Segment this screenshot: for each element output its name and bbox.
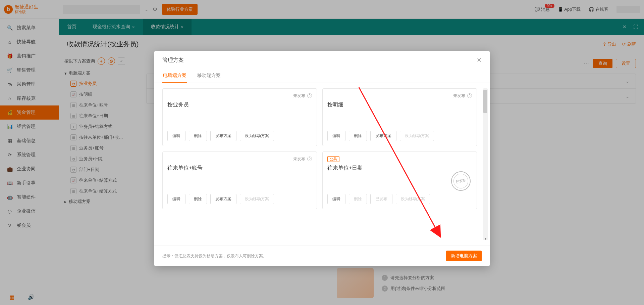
scrollbar[interactable]: ▴ ▾ <box>483 88 488 240</box>
card-action-button[interactable]: 发布方案 <box>210 194 236 204</box>
scheme-card: 公共往来单位+日期已发布编辑删除已发布设为移动方案 <box>322 151 477 209</box>
card-title: 按明细 <box>327 101 472 108</box>
card-action-button[interactable]: 编辑 <box>327 131 345 141</box>
status-label: 未发布 <box>293 93 305 99</box>
card-action-button[interactable]: 发布方案 <box>370 131 396 141</box>
card-action-button: 已发布 <box>370 194 392 204</box>
scheme-card: 未发布?按明细编辑删除发布方案设为移动方案 <box>322 88 477 146</box>
info-icon[interactable]: ? <box>467 93 472 98</box>
manage-scheme-modal: 管理方案 ✕ 电脑端方案 移动端方案 未发布?按业务员编辑删除发布方案设为移动方… <box>154 51 490 266</box>
card-action-button: 删除 <box>349 194 367 204</box>
card-action-button[interactable]: 编辑 <box>167 131 185 141</box>
card-title: 按业务员 <box>167 101 312 108</box>
card-action-button[interactable]: 发布方案 <box>210 131 236 141</box>
scroll-thumb[interactable] <box>483 90 487 113</box>
scheme-card: 未发布?按业务员编辑删除发布方案设为移动方案 <box>162 88 317 146</box>
card-action-button[interactable]: 编辑 <box>327 194 345 204</box>
info-icon[interactable]: ? <box>307 93 312 98</box>
card-title: 往来单位+账号 <box>167 165 312 172</box>
published-stamp: 已发布 <box>449 170 472 192</box>
card-action-button[interactable]: 删除 <box>189 131 207 141</box>
add-pc-scheme-button[interactable]: 新增电脑方案 <box>446 251 482 261</box>
card-action-button[interactable]: 编辑 <box>167 194 185 204</box>
modal-tab-pc[interactable]: 电脑端方案 <box>162 69 187 83</box>
close-icon[interactable]: ✕ <box>477 56 482 64</box>
modal-tab-mobile[interactable]: 移动端方案 <box>197 69 221 83</box>
status-label: 未发布 <box>293 156 305 162</box>
info-icon[interactable]: ? <box>307 157 312 161</box>
modal-title: 管理方案 <box>162 57 184 64</box>
card-action-button[interactable]: 删除 <box>189 194 207 204</box>
modal-tip: 提示：仅汇总表支持设为移动方案，仅发布人可删除方案。 <box>162 253 267 259</box>
card-action-button[interactable]: 删除 <box>349 131 367 141</box>
status-label: 未发布 <box>453 93 465 99</box>
card-action-button: 设为移动方案 <box>396 194 430 204</box>
scheme-card: 未发布?往来单位+账号编辑删除发布方案设为移动方案 <box>162 151 317 209</box>
public-tag: 公共 <box>327 156 339 162</box>
scroll-down-icon[interactable]: ▾ <box>483 236 488 241</box>
card-action-button: 设为移动方案 <box>400 131 434 141</box>
card-action-button[interactable]: 设为移动方案 <box>240 131 274 141</box>
card-action-button: 设为移动方案 <box>240 194 274 204</box>
card-title: 往来单位+日期 <box>327 165 472 172</box>
